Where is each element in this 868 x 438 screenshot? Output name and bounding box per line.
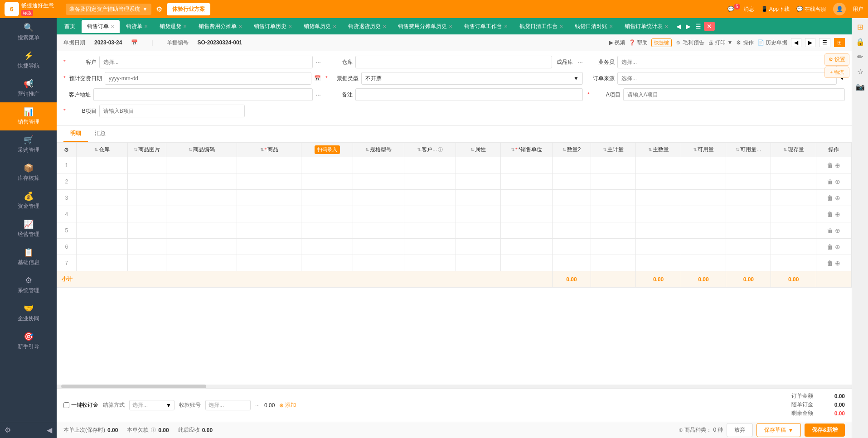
gear-icon[interactable]: ⚙ (156, 5, 162, 14)
row-qty2[interactable] (552, 206, 591, 222)
row-copy-icon[interactable]: ⊕ (835, 211, 840, 218)
customer-more-icon[interactable]: ··· (315, 58, 321, 66)
row-qty2[interactable] (552, 222, 591, 239)
col-header-setting[interactable]: ⚙ (57, 143, 77, 157)
quick-deposit-check-input[interactable] (63, 402, 69, 408)
row-mainqty[interactable] (636, 190, 681, 206)
sidebar-item-search[interactable]: 🔍 搜索菜单 (0, 18, 57, 46)
row-code[interactable] (166, 239, 237, 255)
settings-gear-icon[interactable]: ⚙ (64, 147, 69, 153)
row-spec[interactable] (353, 255, 404, 271)
app-download-button[interactable]: 📱 App下载 (761, 5, 790, 13)
row-copy-icon[interactable]: ⊕ (835, 227, 840, 234)
sidebar-item-quicknav[interactable]: ⚡ 快捷导航 (0, 46, 57, 74)
tab-close-sales-ship[interactable]: ✕ (144, 24, 148, 29)
system-selector[interactable]: 装备及固定资产辅助管理系统 ▼ (66, 4, 151, 15)
row-delete-icon[interactable]: 🗑 (827, 211, 833, 218)
row-copy-icon[interactable]: ⊕ (835, 178, 840, 185)
add-material-button[interactable]: + 物流 (824, 67, 849, 78)
row-copy-icon[interactable]: ⊕ (835, 243, 840, 250)
row-warehouse[interactable] (76, 222, 128, 239)
row-mainunit[interactable] (591, 157, 636, 173)
row-delete-icon[interactable]: 🗑 (827, 194, 833, 202)
row-attr[interactable] (456, 255, 500, 271)
row-warehouse[interactable] (76, 255, 128, 271)
order-source-input[interactable] (617, 72, 837, 85)
sidebar-item-marketing[interactable]: 📢 营销推广 (0, 74, 57, 102)
sidebar-item-collab[interactable]: 🤝 企业协同 (0, 299, 57, 327)
a-project-input[interactable] (623, 88, 845, 101)
operate-icon[interactable]: ⚙ 操作 (736, 39, 753, 47)
row-spec[interactable] (353, 173, 404, 190)
tab-next-button[interactable]: ▶ (684, 23, 693, 30)
staff-input[interactable] (617, 56, 837, 68)
row-attr[interactable] (456, 173, 500, 190)
tab-fee-history[interactable]: 销售费用分摊单历史 ✕ (393, 20, 458, 33)
sidebar-item-guide[interactable]: 🎯 新手引导 (0, 327, 57, 355)
row-product[interactable] (237, 222, 301, 239)
row-customer[interactable] (404, 157, 456, 173)
tab-sales-order[interactable]: 销售订单 ✕ (82, 20, 120, 33)
tab-sales-order-history[interactable]: 销售订单历史 ✕ (248, 20, 297, 33)
invoice-type-select[interactable]: 不开票 ▼ (361, 72, 583, 85)
info-icon[interactable]: ⓘ (438, 146, 443, 153)
tab-close-return-hist[interactable]: ✕ (383, 24, 386, 29)
row-product[interactable] (237, 239, 301, 255)
customer-input[interactable] (99, 56, 313, 68)
nav-next-record[interactable]: ▶ (805, 38, 815, 47)
tab-sales-ship[interactable]: 销货单 ✕ (121, 20, 153, 33)
row-attr[interactable] (456, 190, 500, 206)
settings-button[interactable]: ⚙ 设置 (824, 53, 849, 66)
tab-close-sales-fee[interactable]: ✕ (238, 24, 242, 29)
right-panel-camera-icon[interactable]: 📷 (854, 80, 867, 93)
row-copy-icon[interactable]: ⊕ (835, 162, 840, 169)
industry-button[interactable]: 体验行业方案 (167, 3, 210, 15)
tab-return-history[interactable]: 销货退货历史 ✕ (343, 20, 392, 33)
sidebar-item-operations[interactable]: 📈 经营管理 (0, 215, 57, 243)
nav-prev-record[interactable]: ◀ (791, 38, 801, 47)
tab-close-fee-hist[interactable]: ✕ (449, 24, 452, 29)
scan-button[interactable]: 扫码录入 (315, 145, 340, 154)
row-delete-icon[interactable]: 🗑 (827, 243, 833, 250)
row-unit[interactable] (501, 239, 553, 255)
row-attr[interactable] (456, 239, 500, 255)
tab-loan-workbench[interactable]: 钱贷日清工作台 ✕ (514, 20, 568, 33)
row-delete-icon[interactable]: 🗑 (827, 260, 833, 267)
sidebar-settings-icon[interactable]: ⚙ (5, 426, 11, 434)
sidebar-item-base[interactable]: 📋 基础信息 (0, 243, 57, 271)
row-mainqty[interactable] (636, 157, 681, 173)
row-mainqty[interactable] (636, 173, 681, 190)
profit-icon[interactable]: ☺ 毛利预告 (675, 39, 704, 47)
row-spec[interactable] (353, 206, 404, 222)
row-customer[interactable] (404, 206, 456, 222)
row-unit[interactable] (501, 255, 553, 271)
row-qty2[interactable] (552, 190, 591, 206)
row-copy-icon[interactable]: ⊕ (835, 194, 840, 202)
row-mainunit[interactable] (591, 255, 636, 271)
row-qty2[interactable] (552, 255, 591, 271)
warehouse-input[interactable] (355, 56, 552, 68)
row-warehouse[interactable] (76, 173, 128, 190)
row-warehouse[interactable] (76, 157, 128, 173)
shortcut-icon[interactable]: 快捷键 (651, 39, 672, 47)
row-qty2[interactable] (552, 157, 591, 173)
row-product[interactable] (237, 157, 301, 173)
list-view-button[interactable]: ☰ (819, 38, 830, 47)
row-mainunit[interactable] (591, 190, 636, 206)
row-code[interactable] (166, 222, 237, 239)
row-mainqty[interactable] (636, 206, 681, 222)
row-delete-icon[interactable]: 🗑 (827, 162, 833, 169)
quick-deposit-checkbox[interactable]: 一键收订金 (63, 401, 98, 409)
tab-close-all-button[interactable]: ✕ (704, 22, 715, 31)
warehouse-more-icon[interactable]: ··· (577, 58, 583, 66)
sidebar-item-finance[interactable]: 💰 资金管理 (0, 187, 57, 215)
row-product[interactable] (237, 173, 301, 190)
remark-input[interactable] (355, 88, 583, 101)
row-attr[interactable] (456, 222, 500, 239)
right-panel-star-icon[interactable]: ☆ (854, 65, 867, 78)
row-qty2[interactable] (552, 239, 591, 255)
delivery-date-input[interactable] (105, 72, 311, 85)
tab-close-ship-hist[interactable]: ✕ (333, 24, 336, 29)
row-spec[interactable] (353, 222, 404, 239)
history-icon[interactable]: 📄 历史单据 (757, 39, 787, 47)
